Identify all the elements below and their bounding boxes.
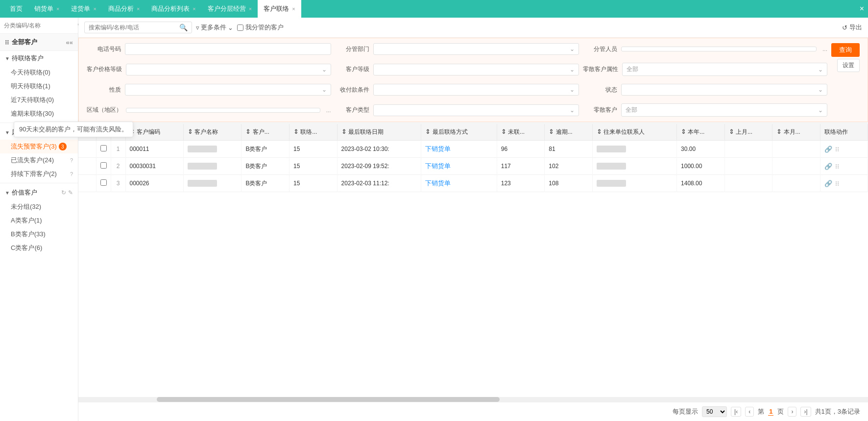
customer-level-select[interactable]: ⌄ bbox=[373, 64, 579, 75]
first-page-button[interactable]: |‹ bbox=[731, 407, 741, 417]
next-page-button[interactable]: › bbox=[788, 407, 796, 417]
tab-close-sales[interactable]: × bbox=[56, 6, 59, 12]
row-checkbox-cell[interactable] bbox=[96, 141, 111, 158]
sidebar-item-class-b[interactable]: B类客户(33) bbox=[0, 227, 78, 241]
search-input[interactable] bbox=[89, 24, 179, 31]
row-uncontacted-cell: 96 bbox=[497, 141, 545, 158]
type-col-header[interactable]: ⇕ 客户... bbox=[241, 124, 289, 141]
tab-close-purchase[interactable]: × bbox=[93, 6, 96, 12]
sort-icon-11: ⇕ bbox=[729, 128, 734, 135]
action-link-icon[interactable]: 🔗 bbox=[824, 163, 832, 170]
window-close-button[interactable]: × bbox=[860, 4, 864, 13]
collapse-icon[interactable]: «« bbox=[66, 39, 73, 46]
zero-customer-label: 零散客户 bbox=[583, 106, 617, 114]
row-checkbox-0[interactable] bbox=[100, 145, 107, 151]
person-more-btn[interactable]: ... bbox=[822, 46, 827, 52]
last-method-link[interactable]: 下销货单 bbox=[425, 145, 451, 152]
region-label: 区域（地区） bbox=[87, 106, 122, 114]
tab-product-analysis[interactable]: 商品分析 × bbox=[102, 0, 145, 18]
sidebar-item-churned[interactable]: 已流失客户(24) ? bbox=[0, 153, 78, 167]
query-button[interactable]: 查询 bbox=[831, 43, 860, 57]
sidebar-group-pending: ▼ 待联络客户 今天待联络(0) 明天待联络(1) 近7天待联络(0) 逾期未联… bbox=[0, 51, 78, 121]
action-grid-icon[interactable]: ⁝⁝ bbox=[835, 180, 839, 187]
refresh-icon[interactable]: ↻ bbox=[61, 189, 66, 196]
my-customers-check[interactable] bbox=[237, 25, 243, 31]
tab-close-customer-tier[interactable]: × bbox=[249, 6, 252, 12]
sidebar-item-ungroup[interactable]: 未分组(32) bbox=[0, 200, 78, 214]
customer-type-select[interactable]: ⌄ bbox=[373, 104, 579, 116]
edit-icon[interactable]: ✎ bbox=[68, 189, 73, 196]
nature-select[interactable]: ⌄ bbox=[125, 84, 331, 96]
zero-customer-select[interactable]: 全部⌄ bbox=[621, 103, 827, 117]
phone-input[interactable] bbox=[125, 43, 331, 55]
tab-customer-tier[interactable]: 客户分层经营 × bbox=[202, 0, 258, 18]
tab-purchase[interactable]: 进货单 × bbox=[65, 0, 102, 18]
sidebar-item-overdue[interactable]: 逾期未联络(30) bbox=[0, 107, 78, 121]
phone-label: 电话号码 bbox=[87, 45, 121, 53]
sidebar-item-declining[interactable]: 持续下滑客户(2) ? bbox=[0, 167, 78, 181]
horizontal-scrollbar[interactable] bbox=[78, 397, 868, 402]
dept-select[interactable]: ⌄ bbox=[373, 43, 579, 55]
tab-customer-contact[interactable]: 客户联络 × bbox=[258, 0, 301, 18]
zero-attr-select[interactable]: 全部⌄ bbox=[622, 63, 827, 76]
sidebar-item-class-a[interactable]: A类客户(1) bbox=[0, 214, 78, 227]
settings-button[interactable]: 设置 bbox=[837, 59, 860, 72]
overdue-col-header[interactable]: ⇕ 逾期... bbox=[545, 124, 593, 141]
scrollbar-thumb[interactable] bbox=[157, 397, 500, 402]
row-checkbox-2[interactable] bbox=[100, 179, 107, 186]
sort-icon-6: ⇕ bbox=[425, 128, 431, 135]
sidebar-group-pending-title[interactable]: ▼ 待联络客户 bbox=[0, 51, 78, 66]
chevron-down-icon-4: ⌄ bbox=[570, 66, 575, 73]
uncontacted-col-header[interactable]: ⇕ 未联... bbox=[497, 124, 545, 141]
sidebar-item-7days[interactable]: 近7天待联络(0) bbox=[0, 93, 78, 107]
price-level-select[interactable]: ⌄ bbox=[126, 64, 331, 75]
tab-close-product-list[interactable]: × bbox=[193, 6, 195, 12]
page-size-select[interactable]: 50 100 200 bbox=[702, 406, 727, 417]
action-grid-icon[interactable]: ⁝⁝ bbox=[835, 146, 839, 153]
action-grid-icon[interactable]: ⁝⁝ bbox=[835, 163, 839, 170]
sidebar-all-customers[interactable]: ⁝⁝ 全部客户 «« bbox=[0, 34, 78, 51]
this-year-col-header[interactable]: ⇕ 本年... bbox=[677, 124, 725, 141]
last-month-col-header[interactable]: ⇕ 上月... bbox=[724, 124, 772, 141]
sidebar-item-today[interactable]: 今天待联络(0) bbox=[0, 66, 78, 79]
sidebar-item-class-c[interactable]: C类客户(6) bbox=[0, 241, 78, 255]
tab-product-list[interactable]: 商品分析列表 × bbox=[145, 0, 201, 18]
export-button[interactable]: ↺ 导出 bbox=[842, 23, 862, 32]
row-checkbox-cell[interactable] bbox=[96, 158, 111, 175]
code-col-header[interactable]: ⇕ 客户编码 bbox=[125, 124, 183, 141]
sidebar-item-tomorrow[interactable]: 明天待联络(1) bbox=[0, 79, 78, 93]
status-select[interactable]: ⌄ bbox=[621, 84, 827, 96]
last-contact-method-col-header[interactable]: ⇕ 最后联络方式 bbox=[421, 124, 497, 141]
my-customers-checkbox[interactable]: 我分管的客户 bbox=[237, 23, 284, 32]
sidebar-group-value-title[interactable]: ▼ 价值客户 ↻ ✎ bbox=[0, 185, 78, 200]
tab-close-customer-contact[interactable]: × bbox=[292, 6, 295, 12]
row-unit-contact-cell bbox=[592, 141, 676, 158]
row-checkbox-cell[interactable] bbox=[96, 175, 111, 192]
action-link-icon[interactable]: 🔗 bbox=[824, 146, 832, 153]
tab-sales[interactable]: 销货单 × bbox=[28, 0, 65, 18]
prev-page-button[interactable]: ‹ bbox=[745, 407, 754, 417]
region-more-btn[interactable]: ... bbox=[326, 107, 331, 114]
chevron-down-icon-8: ⌄ bbox=[818, 86, 823, 93]
sidebar-search-input[interactable] bbox=[4, 22, 77, 29]
tab-close-product-analysis[interactable]: × bbox=[137, 6, 140, 12]
payment-select[interactable]: ⌄ bbox=[373, 84, 579, 96]
last-method-link[interactable]: 下销货单 bbox=[425, 162, 451, 170]
action-link-icon[interactable]: 🔗 bbox=[824, 180, 832, 187]
filter-field-dept: 分管部门 ⌄ bbox=[335, 43, 579, 55]
contact-col-header[interactable]: ⇕ 联络... bbox=[289, 124, 338, 141]
search-icon[interactable]: 🔍 bbox=[179, 24, 188, 31]
row-checkbox-1[interactable] bbox=[100, 162, 107, 169]
region-select[interactable] bbox=[126, 108, 320, 113]
grid-icon: ⁝⁝ bbox=[5, 39, 9, 46]
last-method-link[interactable]: 下销货单 bbox=[425, 179, 451, 187]
last-contact-date-col-header[interactable]: ⇕ 最后联络日期 bbox=[337, 124, 421, 141]
person-select[interactable] bbox=[621, 47, 817, 51]
last-page-button[interactable]: ›| bbox=[800, 407, 811, 417]
tab-home[interactable]: 首页 bbox=[4, 0, 28, 18]
this-month-col-header[interactable]: ⇕ 本月... bbox=[772, 124, 820, 141]
name-col-header[interactable]: ⇕ 客户名称 bbox=[183, 124, 241, 141]
more-conditions-button[interactable]: ▿ 更多条件 ⌄ bbox=[196, 23, 233, 32]
unit-contact-col-header[interactable]: ⇕ 往来单位联系人 bbox=[592, 124, 676, 141]
sidebar-item-churn-warning[interactable]: 流失预警客户(3) 3 bbox=[0, 140, 78, 153]
